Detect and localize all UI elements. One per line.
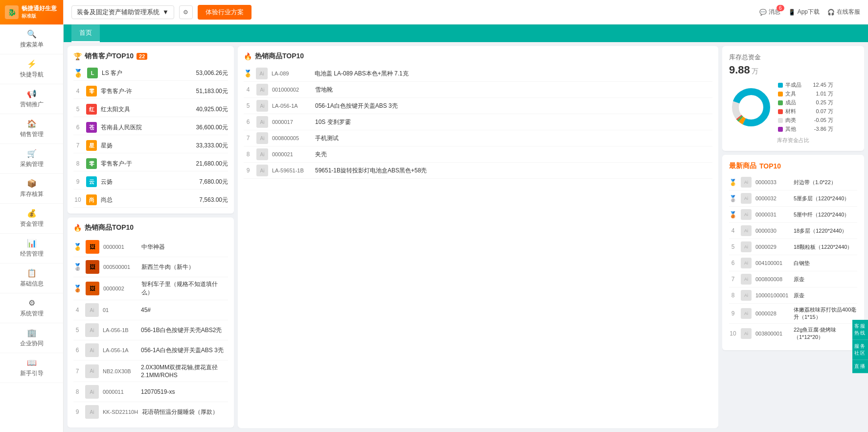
product-thumb: Ai	[741, 193, 752, 204]
customer-amount: 21,680.00元	[196, 160, 228, 168]
rank-number: 6	[729, 260, 737, 266]
customer-rank-item: 9 云 云扬 7,680.00元	[73, 174, 228, 190]
sidebar-item-marketing[interactable]: 📢 营销推广	[0, 84, 63, 114]
sidebar-item-search[interactable]: 🔍 搜索菜单	[0, 24, 63, 54]
rank-number: 9	[73, 178, 82, 185]
stock-title: 库存总资金	[729, 53, 857, 62]
rank-number: 9	[729, 310, 737, 317]
product-thumb: Ai	[85, 385, 99, 399]
product-code: LA-59651-1B	[272, 168, 311, 173]
product-name: 18颗粒板（1220*2440）	[794, 243, 857, 251]
notification-badge: 6	[777, 5, 784, 11]
product-rank2-item: 5 Ai LA-056-1A 056-1A白色按键开关盖ABS 3壳	[244, 98, 712, 114]
product-rank2-item: 9 Ai LA-59651-1B 59651-1B旋转投影灯电池盒ABS黑色+5…	[244, 163, 712, 179]
customer-name: 云扬	[101, 178, 195, 186]
sidebar-item-operations[interactable]: 📊 经营管理	[0, 234, 63, 264]
main-area: 装备及固定资产辅助管理系统 ▼ ⚙ 体验行业方案 💬 消息 6 📱 App下载 …	[64, 0, 868, 432]
rank-number: 7	[244, 135, 252, 142]
customer-name: 苍南县人民医院	[101, 123, 192, 132]
float-btn-live[interactable]: 直播	[852, 360, 868, 373]
hot-products-title: 🔥 热销商品TOP10	[73, 223, 228, 232]
legend-name: 文具	[785, 90, 796, 97]
legend-dot	[778, 92, 783, 96]
legend-dot	[778, 118, 783, 123]
customer-avatar: 星	[86, 140, 97, 151]
hot-product-item: 6 Ai LA-056-1A 056-1A白色按键开关盖ABS 3壳	[73, 340, 228, 360]
sidebar-item-system[interactable]: ⚙ 系统管理	[0, 293, 63, 323]
product-name: 手机测试	[315, 134, 712, 143]
topbar-right: 💬 消息 6 📱 App下载 🎧 在线客服	[759, 8, 860, 16]
product-name: 白钢垫	[794, 260, 857, 267]
newest-product-list: 🥇 Ai 0000033 封边带（1.0*22） 🥈 Ai 0000032 5厘…	[729, 174, 857, 343]
hot-products-card: 🔥 热销商品TOP10 🥇 🖼 0000001 中华神器 🥈 🖼 0005000…	[68, 217, 234, 428]
customer-name: 星扬	[101, 142, 192, 150]
rank-number: 5	[729, 243, 737, 250]
legend-name: 其他	[785, 125, 796, 133]
newest-product-item: 🥈 Ai 0000032 5厘多层（1220*2440）	[729, 191, 857, 207]
sidebar-item-quicknav[interactable]: ⚡ 快捷导航	[0, 54, 63, 84]
sidebar-item-guide[interactable]: 📖 新手引导	[0, 353, 63, 383]
sidebar-item-collab[interactable]: 🏢 企业协同	[0, 323, 63, 353]
newest-product-item: 4 Ai 0000030 18多层（1220*2440）	[729, 223, 857, 239]
product-thumb: Ai	[741, 225, 752, 236]
left-column: 🏆 销售客户TOP10 22 🥇 L LS 客户 53,006.26元 4 零 …	[68, 46, 234, 428]
product-name: 12070519-xs	[141, 388, 228, 395]
sidebar-item-sales[interactable]: 🏠 销售管理	[0, 114, 63, 144]
float-btn-service[interactable]: 客服热线	[852, 320, 868, 340]
newest-product-item: 7 Ai 000800008 原壶	[729, 271, 857, 288]
product-code: 01	[103, 307, 137, 313]
phone-icon: 📱	[788, 9, 796, 16]
customer-rank-item: 10 尚 尚总 7,563.00元	[73, 192, 228, 208]
float-btn-community[interactable]: 服务社区	[852, 340, 868, 360]
settings-button[interactable]: ⚙	[179, 5, 193, 19]
newest-product-item: 9 Ai 0000028 体嫩荔枝味苏打饮品400毫升（1*15）	[729, 304, 857, 324]
customer-name: 尚总	[101, 196, 195, 204]
product-thumb: Ai	[256, 100, 268, 112]
legend-item: 成品 0.25 万	[778, 99, 833, 106]
legend-item: 其他 -3.86 万	[778, 125, 833, 133]
product-code: 0000001	[103, 244, 137, 250]
customer-ranking-title: 🏆 销售客户TOP10 22	[73, 52, 228, 61]
sidebar-label-sales: 销售管理	[20, 130, 44, 139]
legend-item: 文具 1.01 万	[778, 90, 833, 97]
legend-dot	[778, 109, 783, 114]
product-thumb: Ai	[85, 343, 99, 357]
sidebar-label-quicknav: 快捷导航	[20, 71, 44, 79]
online-service-button[interactable]: 🎧 在线客服	[827, 8, 860, 16]
product-code: 000500001	[103, 264, 137, 270]
gear-icon: ⚙	[183, 9, 188, 16]
rank-number: 6	[73, 124, 82, 131]
rank-number: 4	[244, 86, 252, 93]
notification-bell[interactable]: 💬 消息 6	[759, 8, 780, 16]
stock-legend: 半成品 12.45 万 文具 1.01 万 成品 0.25 万 材料 0.07 …	[778, 81, 833, 133]
hot-product-item: 4 Ai 01 45#	[73, 300, 228, 320]
product-name: 056-1A白色按键开关盖ABS 3壳	[141, 346, 228, 355]
hot-icon2: 🔥	[244, 52, 252, 60]
sidebar-item-basic[interactable]: 📋 基础信息	[0, 264, 63, 293]
product-thumb: Ai	[85, 323, 99, 337]
sidebar-item-inventory[interactable]: 📦 库存核算	[0, 174, 63, 204]
rank-number: 6	[244, 119, 252, 125]
customer-amount: 7,563.00元	[199, 196, 228, 204]
newest-product-item: 8 Ai 10000100001 原壶	[729, 288, 857, 304]
app-download-label: App下载	[798, 8, 820, 16]
gold-medal-icon: 🥇	[244, 70, 252, 77]
hot-product-item: 🥉 🖼 0000002 智利车子里（规格不知道填什么）	[73, 277, 228, 300]
trial-button[interactable]: 体验行业方案	[198, 5, 251, 20]
logo-subtitle: 标准版	[22, 13, 57, 20]
rank-number: 5	[244, 102, 252, 109]
product-name: 体嫩荔枝味苏打饮品400毫升（1*15）	[794, 306, 857, 321]
rank-number: 10	[729, 330, 737, 337]
customer-amount: 7,680.00元	[199, 178, 228, 186]
system-selector[interactable]: 装备及固定资产辅助管理系统 ▼	[71, 5, 174, 19]
product-code: 0000021	[272, 151, 311, 157]
product-thumb: Ai	[741, 274, 752, 285]
customer-rank-list: 🥇 L LS 客户 53,006.26元 4 零 零售客户-许 51,183.0…	[73, 66, 228, 208]
tab-home[interactable]: 首页	[71, 24, 100, 42]
app-download-button[interactable]: 📱 App下载	[788, 8, 820, 16]
customer-amount: 36,600.00元	[196, 123, 228, 132]
product-name: 056-1B白色按键开关壳ABS2壳	[141, 326, 228, 335]
sidebar-item-finance[interactable]: 💰 资金管理	[0, 204, 63, 234]
legend-dot	[778, 127, 783, 132]
sidebar-item-purchase[interactable]: 🛒 采购管理	[0, 144, 63, 174]
